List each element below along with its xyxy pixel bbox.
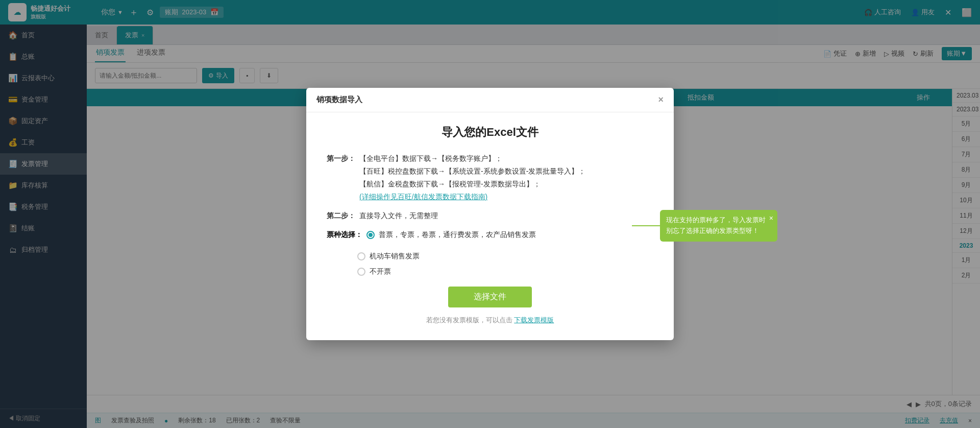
modal-body: 导入您的Excel文件 第一步： 【全电平台】数据下载→【税务数字账户】； 【百…: [306, 112, 674, 341]
option2-label: 机动车销售发票: [370, 252, 420, 261]
tooltip-line-bar: [632, 225, 663, 226]
modal-header: 销项数据导入 ×: [306, 88, 674, 112]
radio-circle-2[interactable]: [357, 252, 365, 260]
step1-guide-link[interactable]: (详细操作见百旺/航信发票数据下载指南): [359, 193, 487, 201]
radio-dot-1: [369, 233, 373, 237]
step1-row: 第一步： 【全电平台】数据下载→【税务数字账户】； 【百旺】税控盘数据下载→【系…: [327, 152, 653, 204]
ticket-type-group: 票种选择： 普票，专票，卷票，通行费发票，农产品销售发票: [327, 230, 653, 276]
tooltip-text: 现在支持的票种多了，导入发票时别忘了选择正确的发票类型呀！: [666, 216, 766, 234]
option3-label: 不开票: [370, 267, 391, 276]
modal-title: 销项数据导入: [316, 95, 362, 105]
modal-footer-note: 若您没有发票模版，可以点击 下载发票模版: [327, 316, 653, 325]
modal-overlay: 销项数据导入 × 导入您的Excel文件 第一步： 【全电平台】数据下载→【税务…: [0, 0, 980, 428]
radio-option2[interactable]: 机动车销售发票: [357, 252, 653, 261]
modal-close-btn[interactable]: ×: [658, 95, 664, 104]
radio-circle-1[interactable]: [366, 231, 375, 239]
step2-row: 第二步： 直接导入文件，无需整理: [327, 209, 653, 222]
modal-main-title: 导入您的Excel文件: [327, 125, 653, 140]
step1-label: 第一步：: [327, 152, 355, 204]
step1-line2: 【百旺】税控盘数据下载→【系统设置-系统参数设置-发票批量导入】；: [359, 165, 653, 178]
tooltip-close-btn[interactable]: ×: [769, 212, 773, 224]
option1-label: 普票，专票，卷票，通行费发票，农产品销售发票: [379, 230, 536, 240]
radio-option1[interactable]: 普票，专票，卷票，通行费发票，农产品销售发票: [366, 230, 536, 240]
download-template-link[interactable]: 下载发票模版: [514, 316, 554, 324]
radio-circle-3[interactable]: [357, 268, 365, 276]
step1-line1: 【全电平台】数据下载→【税务数字账户】；: [359, 152, 653, 165]
step2-text: 直接导入文件，无需整理: [359, 209, 653, 222]
select-file-btn[interactable]: 选择文件: [448, 287, 532, 307]
option1-wrapper: 普票，专票，卷票，通行费发票，农产品销售发票 × 现在支持的票: [366, 230, 536, 246]
tooltip-bubble: × 现在支持的票种多了，导入发票时别忘了选择正确的发票类型呀！: [660, 210, 777, 242]
tooltip-line: [632, 225, 663, 226]
step2-label: 第二步：: [327, 209, 355, 222]
ticket-label: 票种选择：: [327, 230, 362, 240]
ticket-label-row: 票种选择： 普票，专票，卷票，通行费发票，农产品销售发票: [327, 230, 653, 246]
step1-content: 【全电平台】数据下载→【税务数字账户】； 【百旺】税控盘数据下载→【系统设置-系…: [359, 152, 653, 204]
import-modal: 销项数据导入 × 导入您的Excel文件 第一步： 【全电平台】数据下载→【税务…: [306, 88, 674, 341]
tooltip-anchor: × 现在支持的票种多了，导入发票时别忘了选择正确的发票类型呀！: [632, 225, 663, 226]
radio-option3[interactable]: 不开票: [357, 267, 653, 276]
step1-line3: 【航信】金税盘数据下载→【报税管理-发票数据导出】；: [359, 178, 653, 191]
